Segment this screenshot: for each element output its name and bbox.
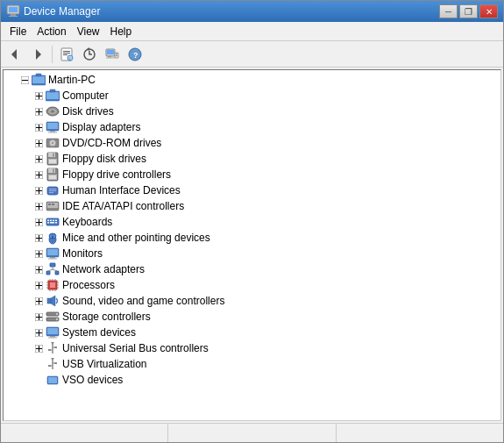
forward-button[interactable] xyxy=(27,44,48,65)
tree-item-system[interactable]: System devices xyxy=(4,325,500,340)
svg-text:?: ? xyxy=(133,51,138,60)
svg-rect-152 xyxy=(48,338,57,339)
expander-computer[interactable] xyxy=(32,89,46,103)
expander-keyboards[interactable] xyxy=(32,215,46,229)
expander-hid[interactable] xyxy=(32,183,46,197)
tree-item-storage[interactable]: Storage controllers xyxy=(4,309,500,325)
tree-item-mice[interactable]: Mice and other pointing devices xyxy=(4,230,500,246)
tree-item-usb-virt[interactable]: USB Virtualization xyxy=(4,356,500,372)
expander-usb[interactable] xyxy=(32,341,46,355)
expander-monitors[interactable] xyxy=(32,247,46,261)
root-icon xyxy=(32,73,46,87)
menu-file[interactable]: File xyxy=(4,24,32,39)
update-button[interactable] xyxy=(79,44,100,65)
svg-marker-138 xyxy=(51,296,55,306)
expander-system[interactable] xyxy=(32,325,46,339)
tree-item-disk[interactable]: Disk drives xyxy=(4,104,500,119)
menu-action[interactable]: Action xyxy=(32,24,71,39)
processors-icon xyxy=(46,278,60,292)
expander-sound[interactable] xyxy=(32,294,46,308)
tree-item-computer[interactable]: Computer xyxy=(4,88,500,104)
expander-ide[interactable] xyxy=(32,199,46,213)
svg-point-51 xyxy=(52,142,53,144)
expander-disk[interactable] xyxy=(32,104,46,118)
properties-button[interactable]: i xyxy=(56,44,77,65)
title-bar-left: Device Manager xyxy=(6,4,100,20)
svg-point-38 xyxy=(51,111,54,113)
svg-rect-32 xyxy=(50,89,55,92)
svg-rect-7 xyxy=(63,51,70,52)
close-button[interactable]: ✕ xyxy=(479,4,498,18)
svg-rect-67 xyxy=(49,175,56,179)
title-buttons: ─ ❐ ✕ xyxy=(439,4,498,18)
item-label-mice: Mice and other pointing devices xyxy=(62,232,210,244)
svg-rect-112 xyxy=(46,271,50,275)
svg-rect-3 xyxy=(9,16,18,17)
item-label-usb: Universal Serial Bus controllers xyxy=(62,342,209,354)
tree-item-dvd[interactable]: DVD/CD-ROM drives xyxy=(4,135,500,151)
svg-rect-2 xyxy=(11,14,16,16)
item-label-usb-virt: USB Virtualization xyxy=(62,358,147,370)
tree-view[interactable]: Martin-PC Computer xyxy=(3,69,501,421)
back-button[interactable] xyxy=(4,44,25,65)
title-bar: Device Manager ─ ❐ ✕ xyxy=(1,1,503,22)
svg-rect-25 xyxy=(32,76,45,83)
tree-item-floppy-ctrl[interactable]: Floppy drive controllers xyxy=(4,167,500,182)
menu-help[interactable]: Help xyxy=(105,24,138,39)
tree-item-ide[interactable]: IDE ATA/ATAPI controllers xyxy=(4,198,500,214)
tree-item-display[interactable]: Display adapters xyxy=(4,119,500,135)
hid-icon xyxy=(46,183,60,197)
tree-item-vso[interactable]: VSO devices xyxy=(4,372,500,388)
expander-mice[interactable] xyxy=(32,231,46,245)
svg-rect-169 xyxy=(48,377,57,383)
svg-rect-44 xyxy=(50,131,55,132)
item-label-storage: Storage controllers xyxy=(62,311,151,323)
expander-storage[interactable] xyxy=(32,310,46,324)
svg-rect-59 xyxy=(49,160,56,163)
svg-rect-105 xyxy=(47,249,58,255)
help-button[interactable]: ? xyxy=(124,44,146,65)
monitors-icon xyxy=(46,247,60,261)
keyboards-icon xyxy=(46,215,60,229)
expander-floppy-disk[interactable] xyxy=(32,152,46,166)
tree-item-keyboards[interactable]: Keyboards xyxy=(4,214,500,230)
network-icon xyxy=(46,262,60,276)
title-icon xyxy=(6,4,20,20)
menu-bar: File Action View Help xyxy=(1,22,503,41)
item-label-system: System devices xyxy=(62,326,136,339)
tree-item-monitors[interactable]: Monitors xyxy=(4,246,500,261)
svg-rect-57 xyxy=(53,154,54,157)
tree-item-sound[interactable]: Sound, video and game controllers xyxy=(4,293,500,309)
tree-root[interactable]: Martin-PC xyxy=(4,72,500,88)
expander-processors[interactable] xyxy=(32,278,46,292)
svg-marker-4 xyxy=(11,49,17,60)
svg-rect-9 xyxy=(63,54,67,55)
svg-rect-165 xyxy=(48,365,51,367)
svg-rect-159 xyxy=(48,349,51,351)
restore-button[interactable]: ❐ xyxy=(459,4,478,18)
tree-item-floppy-disk[interactable]: Floppy disk drives xyxy=(4,151,500,167)
expander-display[interactable] xyxy=(32,120,46,134)
svg-rect-16 xyxy=(106,57,115,58)
device-manager-icon-button[interactable] xyxy=(102,44,123,65)
tree-item-processors[interactable]: Processors xyxy=(4,277,500,293)
root-expander[interactable] xyxy=(18,73,32,87)
expander-floppy-ctrl[interactable] xyxy=(32,168,46,182)
floppy-ctrl-icon xyxy=(46,168,60,182)
menu-view[interactable]: View xyxy=(72,24,105,39)
item-label-processors: Processors xyxy=(62,279,115,291)
tree-item-network[interactable]: Network adapters xyxy=(4,261,500,277)
expander-network[interactable] xyxy=(32,262,46,276)
tree-item-hid[interactable]: Human Interface Devices xyxy=(4,182,500,198)
svg-marker-5 xyxy=(36,49,41,60)
system-devices-icon xyxy=(46,325,60,339)
tree-item-usb[interactable]: Universal Serial Bus controllers xyxy=(4,340,500,356)
expander-dvd[interactable] xyxy=(32,136,46,150)
svg-rect-151 xyxy=(50,336,55,338)
svg-rect-31 xyxy=(46,92,59,99)
svg-rect-43 xyxy=(47,123,58,129)
svg-line-116 xyxy=(53,269,57,271)
svg-rect-14 xyxy=(107,50,114,54)
usb-virt-icon xyxy=(46,357,60,371)
minimize-button[interactable]: ─ xyxy=(439,4,458,18)
